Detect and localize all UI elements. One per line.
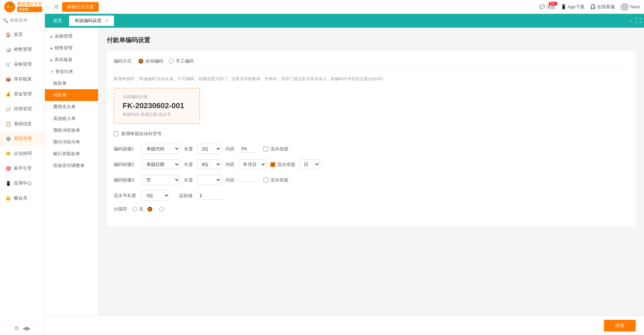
manual-encoding-label: 手工编码	[176, 58, 194, 64]
sidebar-label-purchase: 采购管理	[14, 61, 32, 67]
trial-button[interactable]: 体验行业方案	[62, 2, 99, 12]
sidebar: 🔍 搜索菜单 🏠 首页 📊 销售管理 🛒 采购管理 📦 库存核算 💰 资金管理 …	[0, 14, 45, 335]
sep-none-option[interactable]: 无	[133, 206, 143, 212]
prefix3-select[interactable]: 空 部门 业务员	[142, 175, 180, 185]
sep-none-label: 无	[139, 206, 143, 212]
sidebar-item-member[interactable]: 👑 畅会员	[0, 191, 45, 206]
prefix1-select[interactable]: 单据代码 部门 业务员	[142, 144, 180, 154]
sales-icon: 📊	[6, 47, 11, 52]
stream1-checkbox-label[interactable]: 流水依据	[263, 146, 288, 152]
search-icon: 🔍	[3, 18, 8, 23]
auto-fill-label: 新增单据自动补空号	[121, 131, 162, 137]
sidebar-label-guide: 新手引导	[14, 165, 32, 171]
sidebar-item-enterprise[interactable]: 🤝 企业协同	[0, 146, 45, 161]
manual-encoding-radio[interactable]	[169, 59, 174, 64]
sidebar-item-operation[interactable]: 📈 经营管理	[0, 102, 45, 117]
basic-icon: 📋	[6, 121, 11, 127]
sep-dot2-option[interactable]: ·	[159, 207, 167, 212]
user-menu[interactable]: Nare	[621, 3, 640, 11]
sidebar-item-system[interactable]: ⚙️ 系统管理	[0, 131, 45, 146]
stream3-checkbox-label[interactable]: 流水依据	[263, 177, 288, 183]
auto-fill-checkbox[interactable]	[114, 131, 118, 136]
left-nav-title-purchase[interactable]: ▶ 采购管理	[45, 30, 98, 42]
left-nav-item-ar-ap-adjust[interactable]: 应收应付调整单	[45, 160, 98, 171]
nav-next-arrow[interactable]: ›	[50, 4, 51, 9]
tab-encoding[interactable]: 单据编码设置 ✕	[69, 16, 114, 26]
chevron-down-icon: ▼	[50, 70, 54, 74]
sidebar-item-home[interactable]: 🏠 首页	[0, 27, 45, 42]
left-nav-item-expense[interactable]: 费用支出单	[45, 101, 98, 113]
left-nav-purchase-label: 采购管理	[55, 33, 73, 39]
sidebar-item-guide[interactable]: 🎯 新手引导	[0, 161, 45, 176]
length3-select[interactable]	[197, 175, 221, 185]
top-bar-nav: ‹ › ⚙	[46, 3, 59, 10]
tab-bar: 首页 单据编码设置 ✕ － ⛶	[45, 14, 644, 28]
auto-encoding-radio[interactable]	[138, 59, 143, 64]
inventory-icon: 📦	[6, 76, 11, 82]
message-button[interactable]: 💬 消息 99+	[539, 4, 555, 10]
nav-settings-icon[interactable]: ⚙	[54, 3, 59, 10]
settings-bottom-icon[interactable]: ⚙	[14, 325, 19, 332]
manual-encoding-option[interactable]: 手工编码	[169, 58, 194, 64]
left-nav-item-other-income[interactable]: 其他收入单	[45, 113, 98, 124]
left-nav-item-advance-ar[interactable]: 预收冲应收单	[45, 124, 98, 136]
left-nav-group-capital: ▼ 资金往来 收款单 付款单 费用支出单 其他收入单 预收冲应收单 预付冲应付单…	[45, 66, 98, 171]
tab-home[interactable]: 首页	[48, 16, 68, 26]
sep-dot-radio[interactable]	[147, 207, 152, 212]
length1-select[interactable]: 2位 3位 4位	[197, 144, 221, 154]
tab-encoding-label: 单据编码设置	[75, 18, 102, 24]
length2-select[interactable]: 8位 6位 4位	[197, 159, 221, 169]
auto-encoding-option[interactable]: 自动编码	[138, 58, 163, 64]
window-maximize-icon[interactable]: ⛶	[636, 18, 641, 24]
sidebar-label-home: 首页	[14, 31, 23, 38]
save-button[interactable]: 保存	[604, 320, 636, 332]
stream1-checkbox[interactable]	[263, 147, 268, 151]
left-nav-title-capital[interactable]: ▼ 资金往来	[45, 66, 98, 77]
content3-label: 内容	[225, 177, 234, 183]
tab-close-icon[interactable]: ✕	[105, 18, 108, 23]
app-download-button[interactable]: 📱 App下载	[561, 4, 585, 10]
sep-dot-option[interactable]: -	[147, 207, 155, 212]
stream-length-select[interactable]: 3位 4位 5位 6位	[142, 190, 170, 201]
stream3-checkbox[interactable]	[263, 178, 268, 183]
preview-label: 当前编码示例：	[123, 94, 191, 100]
stream2-checkbox-label[interactable]: 流水依据	[270, 161, 295, 168]
start-value-input[interactable]	[197, 192, 224, 200]
stream3-label: 流水依据	[270, 177, 288, 183]
service-icon: 🎧	[590, 4, 596, 9]
collapse-icon[interactable]: ◀▶	[22, 325, 31, 332]
prefix2-select[interactable]: 单据日期 部门 业务员	[142, 159, 180, 169]
left-nav-title-stock[interactable]: ▶ 库存核算	[45, 54, 98, 66]
left-nav-capital-label: 资金往来	[55, 68, 73, 75]
sidebar-item-purchase[interactable]: 🛒 采购管理	[0, 57, 45, 72]
left-nav-item-receipt[interactable]: 收款单	[45, 77, 98, 89]
sidebar-search[interactable]: 🔍 搜索菜单	[0, 14, 45, 27]
sidebar-item-finance[interactable]: 💰 资金管理	[0, 87, 45, 102]
window-minimize-icon[interactable]: －	[627, 17, 633, 25]
sidebar-label-basic: 基础信息	[14, 121, 32, 127]
left-nav-item-bank[interactable]: 银行存取款单	[45, 148, 98, 160]
sidebar-item-apps[interactable]: 📱 应用中心	[0, 176, 45, 191]
sep-dot2-label: ·	[165, 207, 167, 212]
left-nav-title-sales[interactable]: ▶ 销售管理	[45, 42, 98, 54]
left-nav-item-advance-ap[interactable]: 预付冲应付单	[45, 136, 98, 148]
sidebar-item-sales[interactable]: 📊 销售管理	[0, 42, 45, 57]
stream-config-row: 流水号长度 3位 4位 5位 6位 起始值	[114, 190, 629, 201]
sidebar-label-apps: 应用中心	[14, 180, 32, 186]
chevron-right-icon: ▶	[50, 35, 53, 38]
nav-prev-arrow[interactable]: ‹	[46, 4, 47, 9]
content2-label: 内容	[225, 161, 234, 168]
sep-none-radio[interactable]	[133, 207, 137, 212]
online-service-button[interactable]: 🎧 在线客服	[590, 4, 615, 10]
stream2-checkbox[interactable]	[270, 162, 275, 167]
cycle2-select[interactable]: 日 月 年	[299, 159, 320, 169]
sidebar-item-inventory[interactable]: 📦 库存核算	[0, 72, 45, 87]
content1-value: FK	[239, 145, 259, 153]
sidebar-item-basic[interactable]: 📋 基础信息	[0, 117, 45, 131]
prefix3-label: 编码前缀3	[114, 177, 138, 183]
prefix1-label: 编码前缀1	[114, 146, 138, 152]
left-nav-item-payment[interactable]: 付款单	[45, 89, 98, 101]
content2-select[interactable]: 年月日 年月 年	[239, 159, 266, 169]
stream2-label: 流水依据	[277, 161, 295, 168]
sep-dot2-radio[interactable]	[159, 207, 164, 212]
